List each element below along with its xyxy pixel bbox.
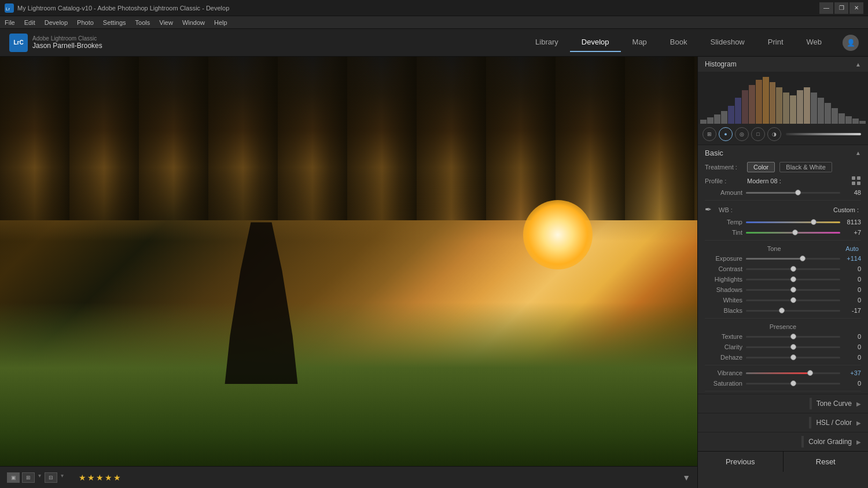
hsl-color-section[interactable]: HSL / Color ▶: [698, 413, 868, 432]
healing-tool-icon[interactable]: ●: [719, 127, 733, 141]
contrast-thumb[interactable]: [790, 266, 796, 272]
shadows-thumb[interactable]: [790, 287, 796, 293]
photo-image: [0, 57, 697, 466]
color-treatment-button[interactable]: Color: [747, 162, 775, 172]
window-title: My Lightroom Catalog-v10 - Adobe Photosh…: [17, 5, 819, 12]
highlights-slider[interactable]: [746, 279, 840, 280]
dehaze-slider[interactable]: [746, 357, 840, 358]
clarity-thumb[interactable]: [790, 344, 796, 350]
color-grading-label: Color Grading: [808, 438, 852, 446]
blacks-slider[interactable]: [746, 310, 840, 312]
menu-file[interactable]: File: [5, 19, 15, 26]
vibrance-slider[interactable]: [746, 372, 840, 374]
grad-tool-icon[interactable]: ◑: [767, 127, 781, 141]
tint-row: Tint +7: [698, 227, 868, 238]
treatment-label: Treatment :: [705, 164, 742, 171]
nav-web[interactable]: Web: [795, 33, 834, 52]
profile-grid-icon[interactable]: [852, 176, 861, 186]
nav-develop[interactable]: Develop: [570, 33, 621, 52]
nav-map[interactable]: Map: [621, 33, 659, 52]
profile-value[interactable]: Modern 08 :: [747, 178, 847, 184]
shadows-row: Shadows 0: [698, 284, 868, 295]
view-compare-icon[interactable]: ⊟: [45, 472, 57, 483]
dehaze-row: Dehaze 0: [698, 352, 868, 363]
star-3[interactable]: ★: [96, 473, 104, 482]
wb-value[interactable]: Custom :: [740, 206, 859, 213]
texture-thumb[interactable]: [790, 334, 796, 339]
exposure-slider[interactable]: [746, 258, 840, 260]
tone-auto-button[interactable]: Auto: [843, 245, 861, 252]
amount-thumb[interactable]: [795, 190, 801, 195]
menu-tools[interactable]: Tools: [135, 19, 150, 26]
tone-curve-section[interactable]: Tone Curve ▶: [698, 394, 868, 413]
texture-slider[interactable]: [746, 336, 840, 338]
star-2[interactable]: ★: [87, 473, 95, 482]
highlights-label: Highlights: [705, 276, 742, 283]
saturation-slider[interactable]: [746, 383, 840, 385]
radial-tool-icon[interactable]: ◎: [735, 127, 749, 141]
tint-slider[interactable]: [746, 232, 840, 234]
view-grid-icon[interactable]: ⊞: [22, 472, 35, 483]
exposure-thumb[interactable]: [800, 256, 806, 261]
whites-slider[interactable]: [746, 300, 840, 301]
bw-treatment-button[interactable]: Black & White: [779, 162, 832, 172]
hbar: [845, 116, 852, 124]
eyedropper-icon[interactable]: ✒: [705, 205, 715, 215]
view-single-icon[interactable]: ▣: [7, 472, 20, 483]
contrast-slider[interactable]: [746, 268, 840, 270]
nav-book[interactable]: Book: [659, 33, 699, 52]
menu-photo[interactable]: Photo: [77, 19, 94, 26]
blacks-row: Blacks -17: [698, 305, 868, 316]
nav-slideshow[interactable]: Slideshow: [699, 33, 756, 52]
star-5[interactable]: ★: [113, 473, 121, 482]
basic-panel-toggle[interactable]: ▲: [855, 150, 861, 156]
hbar: [728, 106, 734, 124]
menu-view[interactable]: View: [159, 19, 173, 26]
menu-help[interactable]: Help: [214, 19, 227, 26]
star-1[interactable]: ★: [79, 473, 86, 482]
hbar: [776, 87, 782, 124]
hsl-color-label: HSL / Color: [816, 419, 852, 427]
menu-develop[interactable]: Develop: [45, 19, 68, 26]
color-grading-section[interactable]: Color Grading ▶: [698, 432, 868, 451]
clarity-slider[interactable]: [746, 346, 840, 348]
nav-print[interactable]: Print: [756, 33, 795, 52]
vibrance-thumb[interactable]: [807, 370, 813, 376]
maximize-button[interactable]: ❐: [834, 2, 848, 14]
histogram-header[interactable]: Histogram ▲: [698, 57, 868, 72]
hbar: [749, 85, 755, 124]
color-grading-indicator: [801, 436, 804, 448]
highlights-thumb[interactable]: [790, 276, 796, 282]
amount-slider[interactable]: [746, 192, 840, 194]
menu-settings[interactable]: Settings: [103, 19, 126, 26]
clarity-value: 0: [844, 343, 861, 350]
view-separator: ▾: [37, 472, 42, 483]
rect-tool-icon[interactable]: □: [751, 127, 765, 141]
filmstrip-toggle[interactable]: ▼: [682, 473, 690, 482]
previous-button[interactable]: Previous: [698, 452, 784, 472]
tone-curve-indicator: [810, 398, 812, 409]
tint-thumb[interactable]: [792, 230, 798, 235]
whites-thumb[interactable]: [790, 297, 796, 303]
hbar: [700, 120, 707, 124]
dehaze-thumb[interactable]: [790, 354, 796, 360]
shadows-slider[interactable]: [746, 289, 840, 291]
star-4[interactable]: ★: [105, 473, 112, 482]
amount-row: Amount 48: [698, 187, 868, 198]
menu-window[interactable]: Window: [182, 19, 205, 26]
close-button[interactable]: ✕: [849, 2, 863, 14]
temp-thumb[interactable]: [811, 219, 816, 225]
minimize-button[interactable]: —: [819, 2, 833, 14]
blacks-thumb[interactable]: [779, 308, 785, 313]
menu-edit[interactable]: Edit: [24, 19, 35, 26]
nav-library[interactable]: Library: [524, 33, 570, 52]
hbar: [832, 108, 838, 124]
temp-slider[interactable]: [746, 221, 840, 223]
profile-icon[interactable]: 👤: [843, 35, 859, 51]
saturation-thumb[interactable]: [790, 380, 796, 386]
blacks-value: -17: [844, 307, 861, 314]
dehaze-value: 0: [844, 354, 861, 361]
lrc-badge: LrC: [9, 34, 28, 52]
reset-button[interactable]: Reset: [784, 452, 869, 472]
crop-tool-icon[interactable]: ⊞: [703, 127, 716, 141]
